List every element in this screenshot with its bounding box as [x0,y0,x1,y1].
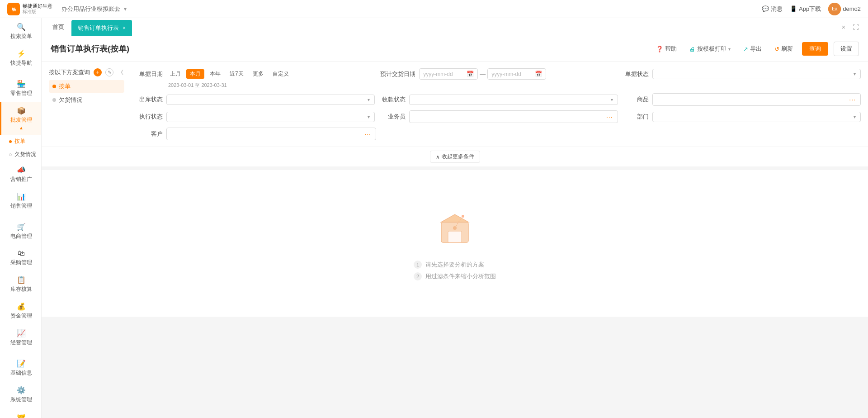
collapse-scheme-icon[interactable]: 《 [118,69,123,76]
add-scheme-button[interactable]: + [94,68,102,76]
sidebar-sub-order[interactable]: 按单 [0,135,41,148]
date-tabs: 上月 本月 本年 近7天 更多 自定义 [166,69,292,79]
tip-num-2: 2 [414,272,422,280]
collapse-button[interactable]: ∧ 收起更多条件 [430,151,480,163]
date-tab-more[interactable]: 更多 [249,69,267,79]
order-status-group: 单据状态 ▾ [623,69,861,79]
page-header: 销售订单执行表(按单) ❓ 帮助 🖨 按模板打印 ▾ ↗ 导出 [42,36,868,62]
sidebar-item-sales[interactable]: 📊 销售管理 [0,188,41,214]
expected-date-to[interactable]: yyyy-mm-dd 📅 [487,68,546,80]
sidebar-sub-debt[interactable]: 欠货情况 [0,148,41,161]
avatar: Ea [828,3,841,15]
marketing-icon: 📣 [17,166,26,174]
dept-label: 部门 [623,113,649,121]
salesperson-dots-icon[interactable]: ··· [606,113,613,120]
expected-date-group: 预计交货日期 yyyy-mm-dd 📅 — yyyy-mm-dd [380,68,618,80]
sidebar-item-operation[interactable]: 📈 经营管理 [0,324,41,351]
sidebar-item-ecommerce[interactable]: 🛒 电商管理 [0,218,41,245]
sidebar-item-basic[interactable]: 📝 基础信息 [0,355,41,381]
date-tab-this-month[interactable]: 本月 [186,69,204,79]
exec-status-group: 执行状态 ▾ [137,112,375,122]
query-button[interactable]: 查询 [802,42,828,56]
sidebar-item-quick[interactable]: ⚡ 快捷导航 [0,45,41,71]
sidebar-item-retail[interactable]: 🏪 零售管理 [0,75,41,102]
out-status-label: 出库状态 [137,95,163,104]
sidebar-item-finance[interactable]: 💰 资金管理 [0,298,41,324]
sidebar-item-inventory[interactable]: 📋 库存核算 [0,271,41,298]
dept-select[interactable]: ▾ [652,112,861,122]
svg-point-7 [462,215,464,218]
help-button[interactable]: ❓ 帮助 [652,43,680,55]
customer-dots-icon[interactable]: ··· [364,130,371,138]
edit-scheme-button[interactable]: ✎ [105,68,113,76]
system-icon: ⚙️ [17,386,26,394]
active-dot [9,140,12,143]
print-button[interactable]: 🖨 按模板打印 ▾ [686,43,734,55]
breadcrumb[interactable]: 办公用品行业模拟账套 [61,5,120,13]
receipt-status-select[interactable]: ▾ [409,95,618,105]
date-tab-custom[interactable]: 自定义 [269,69,292,79]
tab-close-icon[interactable]: × [123,25,126,31]
date-tab-7days[interactable]: 近7天 [226,69,247,79]
empty-illustration [432,206,477,252]
filter-rows: 单据日期 上月 本月 本年 近7天 更多 自定义 [137,68,861,140]
expected-date-from[interactable]: yyyy-mm-dd 📅 [419,68,478,80]
print-dropdown-icon[interactable]: ▾ [728,47,731,52]
goods-dots-icon[interactable]: ··· [849,96,856,103]
order-status-select[interactable]: ▾ [652,69,861,79]
basic-icon: 📝 [17,359,26,368]
expected-date-label: 预计交货日期 [380,70,415,78]
sidebar-item-marketing[interactable]: 📣 营销推广 [0,161,41,188]
empty-tips: 1 请先选择要分析的方案 2 用过滤条件来缩小分析范围 [414,261,496,280]
exec-status-select[interactable]: ▾ [166,112,375,122]
out-status-select[interactable]: ▾ [166,95,375,105]
salesperson-label: 业务员 [380,113,406,121]
out-status-group: 出库状态 ▾ [137,95,375,105]
scheme-dot-order [52,85,56,88]
exec-status-arrow-icon: ▾ [368,114,370,119]
dept-group: 部门 ▾ [623,112,861,122]
tab-bar: 首页 销售订单执行表 × × ⛶ [42,18,868,36]
calendar-to-icon: 📅 [535,71,542,77]
sidebar: 🔍 搜索菜单 ⚡ 快捷导航 🏪 零售管理 📦 批发管理 ▲ 按单 欠货情况 📣 [0,18,42,418]
order-date-group: 单据日期 上月 本月 本年 近7天 更多 自定义 [137,69,375,79]
filter-scheme-panel: 按以下方案查询 + ✎ 《 按单 欠货情况 [49,68,130,140]
user-menu[interactable]: Ea demo2 [828,3,861,15]
sidebar-item-system[interactable]: ⚙️ 系统管理 [0,381,41,408]
logo-text: 畅捷通好生意 标准版 [23,3,52,14]
message-button[interactable]: 💬 消息 [762,5,783,13]
inactive-dot [9,153,12,156]
tab-active[interactable]: 销售订单执行表 × [71,20,132,36]
date-tab-last-month[interactable]: 上月 [166,69,184,79]
date-tab-this-year[interactable]: 本年 [206,69,224,79]
sidebar-item-wholesale[interactable]: 📦 批发管理 ▲ [0,102,41,135]
breadcrumb-arrow-icon[interactable]: ▾ [124,6,127,12]
scheme-item-order[interactable]: 按单 [49,80,124,93]
goods-select[interactable]: ··· [652,93,861,106]
filter-scheme-list: 按单 欠货情况 [49,80,124,106]
operation-icon: 📈 [17,329,26,337]
date-separator: — [480,71,486,77]
export-button[interactable]: ↗ 导出 [740,43,765,55]
customer-group: 客户 ··· [137,128,376,140]
tab-home[interactable]: 首页 [45,18,71,36]
calendar-from-icon: 📅 [467,71,474,77]
sidebar-item-cooperation[interactable]: 🤝 企业协同 [0,408,41,418]
app-download-button[interactable]: 📱 App下载 [790,5,821,13]
export-icon: ↗ [743,46,748,52]
sidebar-item-search[interactable]: 🔍 搜索菜单 [0,18,41,45]
salesperson-select[interactable]: ··· [409,110,618,123]
empty-tip-2: 2 用过滤条件来缩小分析范围 [414,272,496,280]
order-status-arrow-icon: ▾ [854,71,856,76]
settings-button[interactable]: 设置 [834,42,859,56]
refresh-button[interactable]: ↺ 刷新 [771,43,797,55]
order-status-label: 单据状态 [623,70,649,78]
close-window-icon[interactable]: × [840,22,847,33]
logo[interactable]: 畅 畅捷通好生意 标准版 [7,3,52,15]
sidebar-item-purchase[interactable]: 🛍 采购管理 [0,245,41,271]
retail-icon: 🏪 [17,80,26,88]
customer-label: 客户 [137,130,163,138]
scheme-item-debt[interactable]: 欠货情况 [49,94,124,106]
customer-select[interactable]: ··· [166,128,376,140]
fullscreen-icon[interactable]: ⛶ [851,22,861,33]
